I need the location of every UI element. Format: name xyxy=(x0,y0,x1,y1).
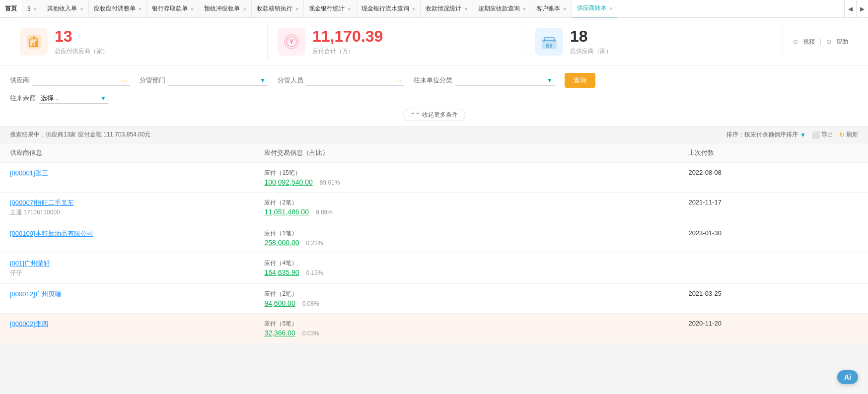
top-navigation: 首页 3 × 其他收入单 × 应收应付调整单 × 银行存取款单 × 预收冲应收单… xyxy=(0,0,868,18)
close-icon[interactable]: × xyxy=(412,6,415,12)
payable-percent: 0.23% xyxy=(306,240,323,247)
svg-text:¥: ¥ xyxy=(289,38,293,46)
lastpay-col: 2020-11-20 xyxy=(688,320,858,327)
balance-select[interactable]: 选择... xyxy=(39,93,108,104)
nav-tab-home[interactable]: 首页 xyxy=(0,0,22,18)
nav-tab-customer-ledger[interactable]: 客户账本 × xyxy=(531,0,572,18)
close-icon[interactable]: × xyxy=(80,6,83,12)
nav-tab-cash-stats[interactable]: 现金银行统计 × xyxy=(304,0,356,18)
category-filter-label: 往来单位分类 xyxy=(414,76,452,85)
table-row: [000002]李四 应付（5笔） 32,366.00 0.03% 2020-1… xyxy=(0,314,868,343)
supplier-contact: 王通 17106110000 xyxy=(10,208,264,217)
dept-filter-label: 分管部门 xyxy=(140,76,165,85)
close-icon[interactable]: × xyxy=(191,6,194,12)
filter-supplier: 供应商 ··· xyxy=(10,75,130,86)
payable-amount[interactable]: 32,366.00 xyxy=(264,329,295,337)
total-supplier-label: 总供应商（家） xyxy=(570,47,612,56)
query-button[interactable]: 查询 xyxy=(565,73,595,88)
data-table: 供应商信息 应付交易信息（占比） 上次付数 [000001]张三 应付（15笔）… xyxy=(0,143,868,343)
card-info-total-supplier: 18 总供应商（家） xyxy=(570,28,612,56)
nav-tab-collection[interactable]: 收款核销执行 × xyxy=(252,0,304,18)
nav-tab-3[interactable]: 3 × xyxy=(22,0,42,18)
person-input[interactable] xyxy=(306,75,404,86)
payable-total-icon: ¥ xyxy=(278,28,305,56)
sort-dropdown[interactable]: 排序：按应付余额倒序排序 ▼ xyxy=(726,131,806,139)
supplier-name-link[interactable]: [000012]广州贝瑞 xyxy=(10,290,264,299)
summary-card-total-suppliers: 18 总供应商（家） xyxy=(525,24,783,60)
supplier-name-link[interactable]: [000002]李四 xyxy=(10,320,264,328)
supplier-dots-icon[interactable]: ··· xyxy=(122,76,128,84)
supplier-name-link[interactable]: [001]广州荣轩 xyxy=(10,259,264,268)
close-icon[interactable]: × xyxy=(610,5,613,11)
export-button[interactable]: ⬜ 导出 xyxy=(812,131,833,139)
svg-rect-12 xyxy=(542,40,545,42)
summary-links: ⊙ 视频 | ⊙ 帮助 xyxy=(783,34,858,50)
video-link[interactable]: 视频 xyxy=(803,38,815,46)
help-link[interactable]: 帮助 xyxy=(836,38,848,46)
table-row: [000012]广州贝瑞 应付（2笔） 94,600.00 0.08% 2021… xyxy=(0,284,868,314)
collapse-button[interactable]: ⌃⌃ 收起更多条件 xyxy=(403,109,465,121)
svg-rect-10 xyxy=(546,44,549,48)
refresh-icon: ↻ xyxy=(839,131,845,138)
payable-label: 应付（15笔） xyxy=(264,169,688,177)
category-select[interactable] xyxy=(455,75,555,86)
svg-rect-11 xyxy=(550,44,552,48)
close-icon[interactable]: × xyxy=(464,6,467,12)
filter-person: 分管人员 ··· xyxy=(278,75,404,86)
close-icon[interactable]: × xyxy=(348,6,351,12)
payable-info: 应付（2笔） 11,051,486.00 9.89% xyxy=(264,198,688,216)
summary-card-payable-total: ¥ 11,170.39 应付合计（万） xyxy=(268,24,525,60)
lastpay-col: 2023-01-30 xyxy=(688,229,858,237)
close-icon[interactable]: × xyxy=(523,6,526,12)
close-icon[interactable]: × xyxy=(139,6,142,12)
nav-next-button[interactable]: ▶ xyxy=(856,0,868,18)
last-pay-date: 2021-03-25 xyxy=(688,290,722,297)
payable-amount[interactable]: 11,051,486.00 xyxy=(264,208,309,216)
payable-info: 应付（5笔） 32,366.00 0.03% xyxy=(264,320,688,337)
nav-tab-other-income[interactable]: 其他收入单 × xyxy=(42,0,88,18)
results-bar: 搜索结果中，供应商13家 应付金额 111,703,854.00元 排序：按应付… xyxy=(0,127,868,143)
nav-tab-adjustments[interactable]: 应收应付调整单 × xyxy=(89,0,147,18)
payable-percent: 89.61% xyxy=(320,179,340,186)
person-dots-icon[interactable]: ··· xyxy=(396,76,402,84)
supplier-name-link[interactable]: [000007]恒旺二手叉车 xyxy=(10,198,264,207)
table-row: [000001]张三 应付（15笔） 100,092,540.00 89.61%… xyxy=(0,163,868,193)
nav-tab-prepaid[interactable]: 预收冲应收单 × xyxy=(199,0,251,18)
close-icon[interactable]: × xyxy=(34,6,37,12)
col-header-payable: 应付交易信息（占比） xyxy=(264,148,688,157)
payable-amount[interactable]: 100,092,540.00 xyxy=(264,178,312,186)
svg-point-4 xyxy=(33,38,35,40)
close-icon[interactable]: × xyxy=(295,6,298,12)
payable-total-label: 应付合计（万） xyxy=(312,47,383,56)
payable-amount[interactable]: 164,635.90 xyxy=(264,268,299,276)
supplier-info-col: [000001]张三 xyxy=(10,169,264,178)
nav-tab-supplier-ledger[interactable]: 供应商账本 × xyxy=(572,0,618,18)
supplier-name-link[interactable]: [000100]本特勤油品有限公司 xyxy=(10,229,264,238)
col-header-lastpay: 上次付数 xyxy=(688,148,858,157)
close-icon[interactable]: × xyxy=(563,6,566,12)
filter-area: 供应商 ··· 分管部门 ▼ 分管人员 ··· 往来单位分类 xyxy=(0,66,868,127)
nav-tab-bank-deposits[interactable]: 银行存取款单 × xyxy=(147,0,199,18)
card-info-total: 11,170.39 应付合计（万） xyxy=(312,28,383,56)
nav-tab-cash-flow[interactable]: 现金银行流水查询 × xyxy=(357,0,421,18)
close-icon[interactable]: × xyxy=(243,6,246,12)
last-pay-date: 2022-08-08 xyxy=(688,169,722,176)
nav-tab-collection-stats[interactable]: 收款情况统计 × xyxy=(421,0,473,18)
payable-label: 应付（4笔） xyxy=(264,259,688,267)
balance-filter-label: 往来余额 xyxy=(10,94,36,103)
payable-info: 应付（4笔） 164,635.90 0.15% xyxy=(264,259,688,276)
col-header-supplier: 供应商信息 xyxy=(10,148,264,157)
nav-prev-button[interactable]: ◀ xyxy=(844,0,856,18)
payable-info: 应付（2笔） 94,600.00 0.08% xyxy=(264,290,688,307)
supplier-input[interactable] xyxy=(32,75,130,86)
supplier-info-col: [000012]广州贝瑞 xyxy=(10,290,264,299)
dept-select[interactable] xyxy=(168,75,268,86)
refresh-button[interactable]: ↻ 刷新 xyxy=(839,131,858,139)
nav-tab-overdue[interactable]: 超期应收款查询 × xyxy=(473,0,531,18)
last-pay-date: 2023-01-30 xyxy=(688,229,722,237)
payable-amount[interactable]: 94,600.00 xyxy=(264,299,295,307)
dept-select-wrap: ▼ xyxy=(168,75,268,86)
supplier-name-link[interactable]: [000001]张三 xyxy=(10,169,264,178)
payable-amount[interactable]: 258,000.00 xyxy=(264,239,299,247)
payable-percent: 0.15% xyxy=(306,269,323,276)
